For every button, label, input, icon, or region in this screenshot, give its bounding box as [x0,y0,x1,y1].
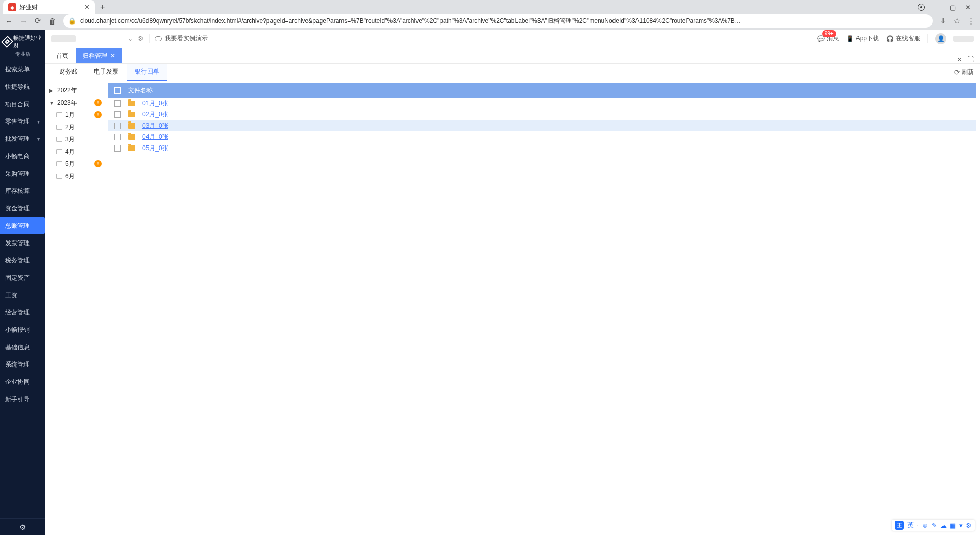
tree-month-3[interactable]: 3月 [47,133,104,145]
folder-icon [128,112,135,117]
sidebar-item[interactable]: 小畅电商 [0,148,45,165]
install-icon[interactable]: ⇩ [940,16,946,26]
file-row[interactable]: 02月_0张 [108,109,976,120]
ime-edit-icon[interactable]: ✎ [932,522,937,529]
file-row[interactable]: 05月_0张 [108,142,976,154]
close-icon[interactable]: ✕ [84,3,90,11]
app: 畅捷通好业财 专业版 搜索菜单快捷导航项目合同零售管理▾批发管理▾小畅电商采购管… [0,30,980,535]
new-tab-button[interactable]: + [100,3,105,12]
sidebar-item[interactable]: 项目合同 [0,95,45,113]
reload-icon[interactable]: ⟳ [35,16,41,26]
account-icon[interactable] [918,4,925,11]
sidebar-item[interactable]: 快捷导航 [0,78,45,95]
fullscreen-icon[interactable]: ⛶ [967,56,974,63]
tree-label: 2022年 [57,86,77,95]
ime-down-icon[interactable]: ▾ [959,522,963,529]
back-icon[interactable]: ← [5,17,13,26]
minimize-icon[interactable]: — [934,4,941,11]
app-download-button[interactable]: 📱 App下载 [846,34,879,43]
close-all-icon[interactable]: ✕ [957,56,962,63]
file-name-link[interactable]: 04月_0张 [142,133,168,141]
sidebar-item[interactable]: 经营管理 [0,304,45,321]
sidebar-item[interactable]: 新手引导 [0,391,45,408]
sidebar-item[interactable]: 税务管理 [0,252,45,269]
maximize-icon[interactable]: ▢ [950,4,956,11]
sidebar-item-label: 库存核算 [5,187,30,196]
sidebar-item[interactable]: 发票管理 [0,234,45,252]
tab-home[interactable]: 首页 [49,48,76,63]
tree-label: 4月 [65,148,75,156]
sidebar-item[interactable]: 基础信息 [0,338,45,356]
subtab-finance[interactable]: 财务账 [51,64,86,81]
ime-badge[interactable]: 王 [895,521,904,530]
file-row[interactable]: 04月_0张 [108,131,976,142]
row-checkbox[interactable] [114,134,121,140]
forward-icon[interactable]: → [20,17,28,26]
org-settings-icon[interactable]: ⚙ [138,35,144,42]
sidebar-item-label: 批发管理 [5,135,30,143]
chevron-down-icon: ▾ [37,119,40,125]
row-checkbox[interactable] [114,100,121,107]
sidebar-settings[interactable]: ⚙ [0,518,45,535]
demo-link[interactable]: 我要看实例演示 [155,34,208,43]
sidebar-item[interactable]: 工资 [0,286,45,304]
tree-label: 2023年 [57,99,77,107]
sidebar-item[interactable]: 采购管理 [0,165,45,182]
sidebar-item[interactable]: 固定资产 [0,269,45,286]
row-checkbox[interactable] [114,123,121,129]
ime-smile-icon[interactable]: ☺ [922,522,928,529]
ime-lang[interactable]: 英 [907,521,914,530]
tree-month-2[interactable]: 2月 [47,121,104,133]
select-all-checkbox[interactable] [114,87,121,94]
sidebar-item[interactable]: 总账管理 [0,217,45,234]
ime-toolbar[interactable]: 王 英 · ☺ ✎ ☁ ▦ ▾ ⚙ [892,520,975,531]
sidebar-item[interactable]: 系统管理 [0,356,45,373]
alert-badge-icon: ! [94,111,102,118]
file-name-link[interactable]: 02月_0张 [142,110,168,119]
file-row[interactable]: 03月_0张 [108,120,976,131]
sidebar-item[interactable]: 批发管理▾ [0,130,45,148]
message-button[interactable]: 💬 99+ 消息 [817,34,839,43]
folder-icon [128,134,135,140]
close-window-icon[interactable]: ✕ [965,4,971,11]
tree-year-2022[interactable]: ▶ 2022年 [47,84,104,96]
tab-archive[interactable]: 归档管理 ✕ [76,48,122,63]
folder-icon [56,174,62,179]
tree-month-1[interactable]: 1月 ! [47,109,104,121]
sidebar-item[interactable]: 企业协同 [0,373,45,391]
ime-grid-icon[interactable]: ▦ [950,522,956,529]
tree-month-4[interactable]: 4月 [47,145,104,158]
org-selector[interactable]: ⌄ [51,35,133,42]
ime-gear-icon[interactable]: ⚙ [966,522,972,529]
sidebar-item[interactable]: 库存核算 [0,182,45,200]
subtab-einvoice[interactable]: 电子发票 [86,64,127,81]
support-button[interactable]: 🎧 在线客服 [886,34,920,43]
row-checkbox[interactable] [114,111,121,118]
star-icon[interactable]: ☆ [953,16,960,26]
delete-icon[interactable]: 🗑 [48,17,56,26]
sidebar-menu: 搜索菜单快捷导航项目合同零售管理▾批发管理▾小畅电商采购管理库存核算资金管理总账… [0,61,45,518]
row-checkbox[interactable] [114,145,121,152]
topbar: ⌄ ⚙ 我要看实例演示 💬 99+ 消息 📱 App下载 🎧 [45,30,980,47]
file-row[interactable]: 01月_0张 [108,98,976,109]
sidebar-item[interactable]: 小畅报销 [0,321,45,338]
file-name-link[interactable]: 05月_0张 [142,144,168,153]
tree-year-2023[interactable]: ▼ 2023年 ! [47,96,104,109]
tree-month-5[interactable]: 5月 ! [47,158,104,170]
close-icon[interactable]: ✕ [110,52,115,59]
sidebar-item[interactable]: 资金管理 [0,200,45,217]
file-name-link[interactable]: 03月_0张 [142,121,168,130]
refresh-button[interactable]: ⟳ 刷新 [954,68,974,77]
more-icon[interactable]: ⋮ [967,16,975,26]
address-field[interactable]: 🔒 cloud.chanjet.com/cc/u6d89qwnryel/57bf… [63,14,933,28]
subtab-bankreceipt[interactable]: 银行回单 [127,64,167,81]
sidebar-item[interactable]: 搜索菜单 [0,61,45,78]
refresh-icon: ⟳ [954,69,960,76]
sidebar-item[interactable]: 零售管理▾ [0,113,45,130]
browser-tab[interactable]: ◆ 好业财 ✕ [3,0,95,14]
file-name-link[interactable]: 01月_0张 [142,99,168,108]
folder-icon [56,161,62,166]
avatar[interactable]: 👤 [935,33,946,44]
tree-month-6[interactable]: 6月 [47,170,104,182]
ime-cloud-icon[interactable]: ☁ [940,522,947,529]
